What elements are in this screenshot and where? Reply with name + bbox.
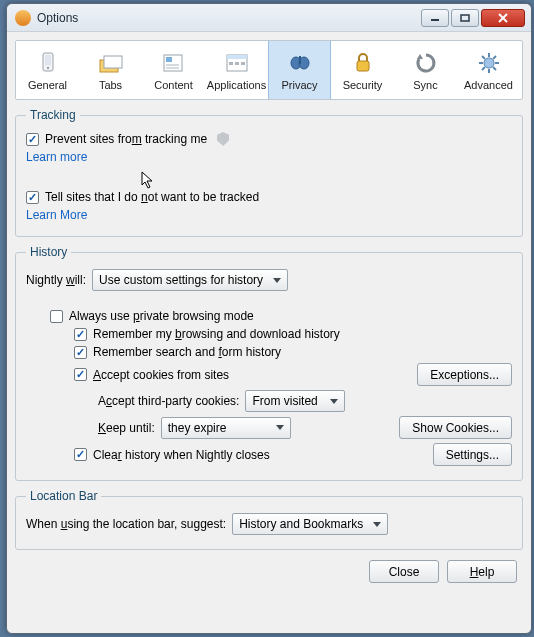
tab-label: Sync [413,79,437,91]
tab-privacy[interactable]: Privacy [268,41,331,99]
prevent-tracking-checkbox[interactable] [26,133,39,146]
clear-settings-button[interactable]: Settings... [433,443,512,466]
suggest-select[interactable]: History and Bookmarks [232,513,388,535]
tab-security[interactable]: Security [331,41,394,99]
general-icon [35,50,61,76]
tab-label: Privacy [281,79,317,91]
remember-search-checkbox[interactable] [74,346,87,359]
tracking-legend: Tracking [26,108,80,122]
svg-point-23 [484,58,494,68]
keep-until-select[interactable]: they expire [161,417,291,439]
tab-tabs[interactable]: Tabs [79,41,142,99]
exceptions-button[interactable]: Exceptions... [417,363,512,386]
history-group: History Nightly will: Use custom setting… [15,245,523,481]
accept-cookies-label: Accept cookies from sites [93,368,229,382]
svg-rect-1 [461,15,469,21]
accept-cookies-checkbox[interactable] [74,368,87,381]
tab-label: General [28,79,67,91]
window-title: Options [37,11,421,25]
svg-marker-22 [417,54,423,59]
third-party-value: From visited [252,394,317,408]
third-party-select[interactable]: From visited [245,390,345,412]
remember-browsing-label: Remember my browsing and download histor… [93,327,340,341]
titlebar[interactable]: Options [7,4,531,32]
window-buttons [421,9,525,27]
clear-on-close-checkbox[interactable] [74,448,87,461]
svg-line-30 [493,56,496,59]
content-area: General Tabs Content Applications Privac… [7,32,531,633]
svg-rect-15 [229,62,233,65]
show-cookies-button[interactable]: Show Cookies... [399,416,512,439]
svg-rect-14 [227,55,247,59]
tab-label: Security [343,79,383,91]
prevent-tracking-label: Prevent sites from tracking me [45,132,207,146]
svg-line-31 [482,67,485,70]
location-bar-group: Location Bar When using the location bar… [15,489,523,550]
keep-until-label: Keep until: [98,421,155,435]
tab-content[interactable]: Content [142,41,205,99]
minimize-button[interactable] [421,9,449,27]
svg-rect-20 [299,56,301,64]
svg-rect-10 [166,57,172,62]
clear-on-close-label: Clear history when Nightly closes [93,448,270,462]
dialog-footer: Close Help [15,550,523,587]
svg-rect-5 [45,55,51,65]
category-toolbar: General Tabs Content Applications Privac… [15,40,523,100]
location-bar-legend: Location Bar [26,489,101,503]
tab-label: Advanced [464,79,513,91]
learn-more-link-1[interactable]: Learn more [26,150,87,164]
svg-rect-8 [104,56,122,68]
remember-browsing-checkbox[interactable] [74,328,87,341]
tabs-icon [98,50,124,76]
options-window: Options General Tabs Content Applicatio [6,3,532,634]
sync-icon [413,50,439,76]
keep-until-value: they expire [168,421,227,435]
advanced-icon [476,50,502,76]
third-party-label: Accept third-party cookies: [98,394,239,408]
security-icon [350,50,376,76]
tab-general[interactable]: General [16,41,79,99]
remember-search-label: Remember search and form history [93,345,281,359]
learn-more-link-2[interactable]: Learn More [26,208,87,222]
tab-label: Content [154,79,193,91]
svg-rect-17 [241,62,245,65]
close-window-button[interactable] [481,9,525,27]
tracking-group: Tracking Prevent sites from tracking me … [15,108,523,237]
applications-icon [224,50,250,76]
history-mode-value: Use custom settings for history [99,273,263,287]
shield-icon [217,132,229,146]
app-icon [15,10,31,26]
always-private-label: Always use private browsing mode [69,309,254,323]
dnt-checkbox[interactable] [26,191,39,204]
close-button[interactable]: Close [369,560,439,583]
suggest-label: When using the location bar, suggest: [26,517,226,531]
svg-line-29 [493,67,496,70]
maximize-button[interactable] [451,9,479,27]
tab-advanced[interactable]: Advanced [457,41,520,99]
tab-label: Applications [207,79,266,91]
content-icon [161,50,187,76]
suggest-value: History and Bookmarks [239,517,363,531]
tab-applications[interactable]: Applications [205,41,268,99]
nightly-will-label: Nightly will: [26,273,86,287]
svg-rect-21 [357,61,369,71]
svg-line-28 [482,56,485,59]
history-legend: History [26,245,71,259]
tab-label: Tabs [99,79,122,91]
help-button[interactable]: Help [447,560,517,583]
history-mode-select[interactable]: Use custom settings for history [92,269,288,291]
svg-rect-16 [235,62,239,65]
svg-point-6 [46,66,48,68]
tab-sync[interactable]: Sync [394,41,457,99]
privacy-icon [287,50,313,76]
always-private-checkbox[interactable] [50,310,63,323]
dnt-label: Tell sites that I do not want to be trac… [45,190,259,204]
